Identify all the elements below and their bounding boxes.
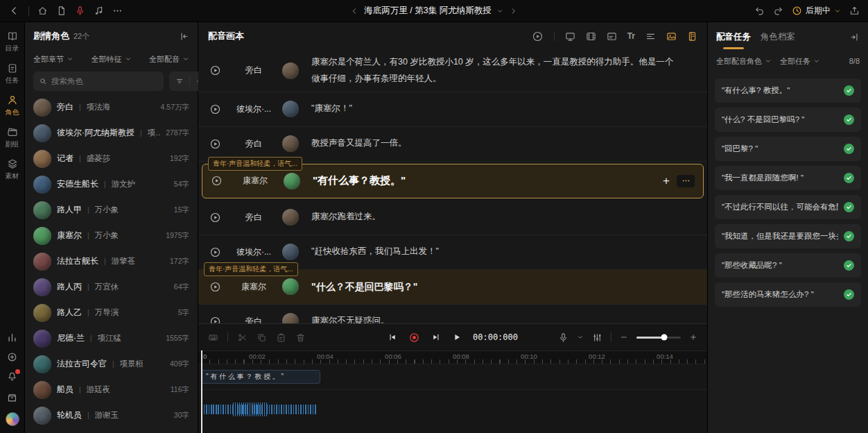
delete-icon[interactable] <box>295 332 306 343</box>
tab-dubbing-tasks[interactable]: 配音任务 <box>716 31 751 43</box>
rail-item-characters[interactable]: 角色 <box>6 94 19 117</box>
align-icon[interactable] <box>645 31 656 42</box>
script-line[interactable]: 青年·声音温和轻柔，语气... 康塞尔 "什么？不是回巴黎吗？" <box>198 270 707 305</box>
character-row[interactable]: 尼德·兰 | 项江猛 1555字 <box>25 325 198 351</box>
cut-icon[interactable] <box>237 332 248 343</box>
next-episode-icon[interactable] <box>510 7 518 15</box>
chevron-down-icon[interactable] <box>577 334 584 341</box>
character-row[interactable]: 康塞尔 | 万小象 1975字 <box>25 223 198 248</box>
script-line[interactable]: 旁白 康塞尔跑着过来。 <box>198 201 707 235</box>
subtitle-icon[interactable] <box>607 31 617 42</box>
timeline-ruler[interactable]: 0 00:02 00:04 00:06 00:08 00:10 00:12 <box>198 350 707 364</box>
zoom-slider[interactable] <box>636 337 681 339</box>
redo-icon[interactable] <box>773 6 783 16</box>
line-text[interactable]: 康塞尔不无疑惑问。 <box>311 313 696 323</box>
audio-waveform-clip[interactable] <box>201 405 316 414</box>
character-row[interactable]: 路人乙 | 万导演 5字 <box>25 300 198 325</box>
rail-item-crew[interactable]: 剧组 <box>6 126 19 149</box>
tab-character-profile[interactable]: 角色档案 <box>761 31 795 43</box>
character-row[interactable]: 记者 | 盛菱莎 192字 <box>25 146 198 171</box>
episode-title[interactable]: 海底两万里 / 第3集 阿尤纳斯教授 <box>364 5 491 17</box>
task-card[interactable]: "那些收藏品呢? " <box>715 253 861 278</box>
add-line-icon[interactable]: + <box>663 175 670 187</box>
playhead[interactable] <box>201 350 202 433</box>
character-row[interactable]: 路人甲 | 万小象 15字 <box>25 197 198 223</box>
undo-icon[interactable] <box>754 6 765 16</box>
mic-icon[interactable] <box>75 6 85 16</box>
mixer-icon[interactable] <box>592 332 602 343</box>
play-line-icon[interactable] <box>209 316 221 324</box>
video-icon[interactable] <box>586 31 596 42</box>
stage-status-dropdown[interactable]: 后期中 <box>792 5 841 17</box>
play-line-icon[interactable] <box>209 103 221 115</box>
line-text[interactable]: 教授声音又提高了一倍。 <box>311 135 696 152</box>
character-row[interactable]: 路人丙 | 万宜休 64字 <box>25 274 198 300</box>
task-card[interactable]: "什么? 不是回巴黎吗? " <box>715 108 861 132</box>
task-card[interactable]: "回巴黎? " <box>715 137 861 161</box>
line-text[interactable]: "康塞尔！" <box>311 101 696 117</box>
skip-end-icon[interactable] <box>431 332 441 342</box>
search-input[interactable] <box>51 77 158 85</box>
paste-icon[interactable] <box>276 332 286 343</box>
filter-dropdown[interactable]: 全部配音 <box>149 54 189 65</box>
play-line-icon[interactable] <box>209 65 221 76</box>
record-icon[interactable] <box>408 332 420 343</box>
comment-icon[interactable] <box>677 175 695 187</box>
notebook-icon[interactable] <box>687 31 697 42</box>
task-card[interactable]: "我知道，但是我还是要跟您一块去。对了，您... <box>715 224 861 248</box>
line-text[interactable]: "什么？不是回巴黎吗？" <box>311 278 696 296</box>
document-icon[interactable] <box>56 6 67 16</box>
add-circle-icon[interactable] <box>7 352 17 362</box>
line-text[interactable]: 康塞尔是个荷兰人，有30 岁比教授小10 岁，这么多年以来，一直是教授的得力助手… <box>311 54 696 87</box>
character-row[interactable]: 轮机员 | 游谢玉 30字 <box>25 402 198 428</box>
text-style-icon[interactable]: Tr <box>627 31 635 41</box>
line-text[interactable]: "赶快收拾东西，我们马上出发！" <box>311 244 696 260</box>
play-line-icon[interactable] <box>209 246 221 258</box>
play-all-icon[interactable] <box>532 31 544 42</box>
title-dropdown-icon[interactable] <box>497 8 504 15</box>
stats-icon[interactable] <box>7 332 17 343</box>
zoom-in-icon[interactable] <box>689 333 697 341</box>
more-icon[interactable] <box>112 6 123 16</box>
task-card[interactable]: "那些活的马来猪怎么办? " <box>715 282 861 307</box>
script-line[interactable]: 彼埃尔·... "康塞尔！" <box>198 92 707 127</box>
task-card[interactable]: "有什么事? 教授。" <box>715 78 861 103</box>
task-filter-type[interactable]: 全部任务 <box>780 56 820 67</box>
notifications-button[interactable] <box>7 371 17 384</box>
prev-episode-icon[interactable] <box>350 7 358 15</box>
rail-item-tasks[interactable]: 任务 <box>6 62 19 85</box>
rail-item-catalog[interactable]: 目录 <box>6 31 19 53</box>
expand-panel-icon[interactable] <box>849 32 860 42</box>
text-clip[interactable]: " 有 什 么 事 ？ 教 授 。 " <box>201 370 320 384</box>
play-icon[interactable] <box>452 332 462 342</box>
home-icon[interactable] <box>37 6 48 16</box>
play-line-icon[interactable] <box>211 175 223 187</box>
play-line-icon[interactable] <box>209 138 221 150</box>
line-text[interactable]: "有什么事？教授。" <box>313 171 663 191</box>
mic-select-icon[interactable] <box>558 332 568 343</box>
collapse-panel-icon[interactable] <box>179 31 189 42</box>
back-icon[interactable] <box>8 5 20 17</box>
character-row[interactable]: 旁白 | 项法海 4.57万字 <box>25 94 198 120</box>
sort-filter-icon[interactable] <box>175 77 184 85</box>
script-line[interactable]: 旁白 康塞尔不无疑惑问。 <box>198 305 707 324</box>
skip-start-icon[interactable] <box>388 332 397 342</box>
play-line-icon[interactable] <box>209 281 221 293</box>
filter-dropdown[interactable]: 全部章节 <box>33 54 73 65</box>
image-icon[interactable] <box>666 31 677 42</box>
character-row[interactable]: 安德生船长 | 游文护 54字 <box>25 171 198 197</box>
script-line[interactable]: 旁白 康塞尔是个荷兰人，有30 岁比教授小10 岁，这么多年以来，一直是教授的得… <box>198 50 707 92</box>
filter-dropdown[interactable]: 全部特征 <box>92 54 132 65</box>
line-text[interactable]: 康塞尔跑着过来。 <box>311 209 696 226</box>
rail-item-assets[interactable]: 素材 <box>6 158 19 181</box>
zoom-out-icon[interactable] <box>620 333 628 341</box>
archive-icon[interactable] <box>7 393 17 403</box>
character-row[interactable]: 船员 | 游廷夜 116字 <box>25 377 198 402</box>
task-filter-role[interactable]: 全部配音角色 <box>716 56 772 67</box>
character-row[interactable]: 彼埃尔·阿尤纳斯教授 | 项雄霸 2787字 <box>25 120 198 146</box>
play-line-icon[interactable] <box>209 212 221 223</box>
copy-icon[interactable] <box>257 332 267 343</box>
task-card[interactable]: "不过此行不同以往，可能会有危险甚至会付出... <box>715 195 861 219</box>
character-row[interactable]: 法拉古司令官 | 项景桓 409字 <box>25 351 198 377</box>
keyboard-icon[interactable] <box>208 332 218 343</box>
